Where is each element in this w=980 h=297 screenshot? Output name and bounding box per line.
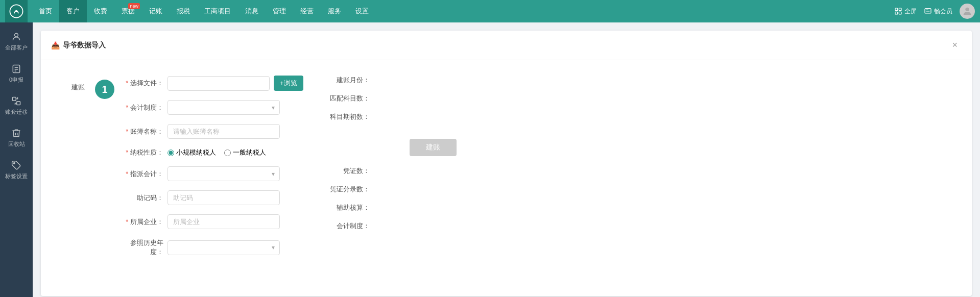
form-row-belong: 所属企业：: [123, 214, 303, 229]
import-icon: 📥: [51, 41, 60, 50]
sidebar-item-all-customers[interactable]: 全部客户: [0, 27, 33, 57]
sidebar-item-report[interactable]: 0申报: [0, 59, 33, 89]
info-row-subject-init: 科目期初数：: [324, 112, 457, 121]
nav-bill[interactable]: 票据 new: [114, 0, 142, 22]
topnav: 首页 客户 收费 票据 new 记账 报税 工商项目 消息 管理 经营 服务 设…: [0, 0, 980, 22]
accounting-select-wrapper: [168, 100, 280, 115]
nav-home[interactable]: 首页: [32, 0, 59, 22]
accountant-select-wrapper: [168, 166, 280, 181]
nav-message[interactable]: 消息: [238, 0, 266, 22]
app-logo: [5, 0, 28, 22]
step-section: 建账 1 选择文件： +浏览: [71, 76, 303, 266]
sidebar-item-label: 账套迁移: [5, 108, 28, 116]
form-row-accountant: 指派会计：: [123, 166, 303, 181]
info-row-aux-account: 辅助核算：: [324, 203, 457, 212]
nav-bookkeeping[interactable]: 记账: [142, 0, 170, 22]
form-row-accounting: 会计制度：: [123, 100, 303, 115]
info-section: 建账月份： 匹配科目数： 科目期初数： 建账 凭证: [324, 76, 457, 266]
step-circle: 1: [95, 80, 114, 99]
sidebar-item-label: 0申报: [9, 76, 23, 84]
build-month-label: 建账月份：: [324, 76, 370, 85]
main-content: 📥 导爷数据导入 × 建账 1: [33, 22, 980, 297]
memo-label: 助记码：: [123, 193, 163, 203]
radio-small-taxpayer[interactable]: 小规模纳税人: [168, 148, 216, 157]
aux-account-label: 辅助核算：: [324, 203, 370, 212]
form-row-file: 选择文件： +浏览: [123, 76, 303, 91]
new-badge: new: [128, 3, 140, 9]
nav-settings[interactable]: 设置: [348, 0, 376, 22]
svg-rect-13: [13, 97, 16, 101]
dialog-title: 📥 导爷数据导入: [51, 41, 106, 50]
accounting-select[interactable]: [168, 100, 280, 115]
info-row-match-subject: 匹配科目数：: [324, 94, 457, 103]
form-row-tax: 纳税性质： 小规模纳税人 一般纳税人: [123, 148, 303, 157]
info-row-voucher: 凭证数：: [324, 166, 457, 176]
belong-label: 所属企业：: [123, 217, 163, 227]
subject-init-label: 科目期初数：: [324, 112, 370, 121]
tax-label: 纳税性质：: [123, 148, 163, 157]
sidebar-item-label: 全部客户: [5, 44, 28, 52]
tax-radio-group: 小规模纳税人 一般纳税人: [168, 148, 266, 157]
sidebar: 全部客户 0申报 账套迁移 回收站 标签设置: [0, 22, 33, 297]
history-select-wrapper: [168, 240, 280, 255]
build-account-button[interactable]: 建账: [410, 139, 457, 156]
sidebar-item-migrate[interactable]: 账套迁移: [0, 91, 33, 121]
voucher-label: 凭证数：: [324, 166, 370, 176]
form-row-history: 参照历史年度：: [123, 238, 303, 257]
nav-tax[interactable]: 报税: [170, 0, 197, 22]
dialog-card: 📥 导爷数据导入 × 建账 1: [41, 31, 972, 296]
info-row-voucher-entries: 凭证分录数：: [324, 185, 457, 194]
svg-rect-5: [899, 12, 901, 14]
svg-rect-3: [899, 8, 901, 11]
sidebar-item-label: 回收站: [8, 140, 25, 148]
fullscreen-label: 全屏: [904, 7, 917, 16]
avatar[interactable]: [960, 4, 975, 19]
dialog-title-text: 导爷数据导入: [63, 41, 106, 50]
match-subject-label: 匹配科目数：: [324, 94, 370, 103]
nav-customer[interactable]: 客户: [59, 0, 87, 22]
sidebar-item-trash[interactable]: 回收站: [0, 123, 33, 153]
form-row-ledger: 账簿名称：: [123, 124, 303, 139]
accounting-system-label: 会计制度：: [324, 221, 370, 231]
topnav-right: 全屏 畅会员: [894, 4, 975, 19]
nav-operation[interactable]: 经营: [293, 0, 321, 22]
file-label: 选择文件：: [123, 79, 163, 88]
svg-rect-4: [895, 12, 898, 14]
svg-point-15: [14, 163, 15, 164]
ledger-label: 账簿名称：: [123, 127, 163, 136]
dialog-header: 📥 导爷数据导入 ×: [41, 31, 972, 60]
info-row-accounting-system: 会计制度：: [324, 221, 457, 231]
svg-point-7: [965, 8, 969, 11]
nav-business[interactable]: 工商项目: [197, 0, 238, 22]
ledger-name-input[interactable]: [168, 124, 280, 139]
dialog-body: 建账 1 选择文件： +浏览: [41, 60, 972, 281]
accountant-select[interactable]: [168, 166, 280, 181]
browse-button[interactable]: +浏览: [274, 76, 303, 91]
history-label: 参照历史年度：: [123, 238, 163, 257]
nav-service[interactable]: 服务: [321, 0, 348, 22]
info-row-build-month: 建账月份：: [324, 76, 457, 85]
step-label: 建账: [71, 78, 85, 92]
form-area: 选择文件： +浏览 会计制度：: [123, 76, 303, 266]
fullscreen-btn[interactable]: 全屏: [894, 7, 917, 16]
memo-input[interactable]: [168, 190, 280, 205]
member-btn[interactable]: 畅会员: [924, 7, 952, 16]
sidebar-item-label: 标签设置: [5, 172, 28, 180]
nav-manage[interactable]: 管理: [266, 0, 293, 22]
file-input[interactable]: [168, 76, 270, 91]
belong-input[interactable]: [168, 214, 280, 229]
close-button[interactable]: ×: [948, 38, 962, 53]
voucher-entries-label: 凭证分录数：: [324, 185, 370, 194]
member-label: 畅会员: [934, 7, 952, 16]
nav-fee[interactable]: 收费: [87, 0, 114, 22]
accountant-label: 指派会计：: [123, 169, 163, 179]
svg-rect-9: [13, 65, 19, 73]
svg-rect-14: [17, 102, 20, 105]
radio-general-taxpayer[interactable]: 一般纳税人: [224, 148, 266, 157]
form-row-memo: 助记码：: [123, 190, 303, 205]
layout: 全部客户 0申报 账套迁移 回收站 标签设置: [0, 22, 980, 297]
sidebar-item-tag[interactable]: 标签设置: [0, 155, 33, 185]
svg-rect-2: [895, 8, 898, 11]
history-select[interactable]: [168, 240, 280, 255]
svg-point-8: [15, 33, 18, 37]
